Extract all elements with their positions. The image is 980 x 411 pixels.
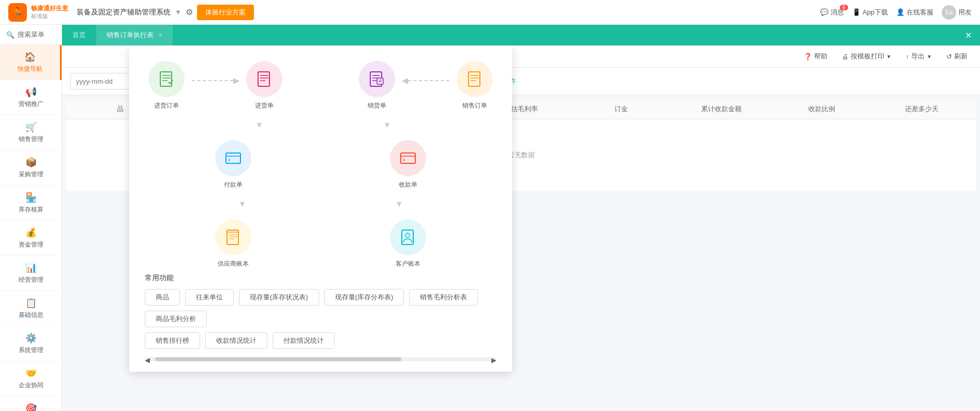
sidebar-item-purchase[interactable]: 📦 采购管理 [0, 150, 62, 186]
content-area: 首页 销售订单执行表 × ✕ ❓ 帮助 🖨 按 [62, 25, 980, 411]
svg-rect-12 [377, 78, 383, 84]
supplier-ledger-icon [224, 228, 243, 247]
search-menu[interactable]: 🔍 搜索菜单 [0, 25, 62, 45]
tab-bar: 首页 销售订单执行表 × ✕ [62, 25, 980, 45]
node-label-7: 客户账本 [396, 260, 420, 268]
sidebar-item-label: 销售管理 [19, 135, 43, 144]
search-icon: 🔍 [6, 31, 14, 39]
common-functions: 常用功能 商品 往来单位 现存量(库存状况表) 现存量(库存分布表) 销售毛利分… [145, 273, 496, 349]
sidebar-item-newcomer[interactable]: 🎯 新手引导 [0, 397, 62, 411]
func-btn-6[interactable]: 销售排行榜 [145, 332, 200, 349]
flow-node-sales-bill[interactable]: 销货单 [359, 61, 395, 110]
service-icon: 👤 [896, 8, 904, 16]
function-buttons-row1: 商品 往来单位 现存量(库存状况表) 现存量(库存分布表) 销售毛利分析表 商品… [145, 289, 496, 327]
sidebar-item-system[interactable]: ⚙️ 系统管理 [0, 326, 62, 361]
marketing-icon: 📢 [25, 86, 37, 98]
tab-sales-label: 销售订单执行表 [107, 31, 154, 40]
sidebar-item-label: 系统管理 [19, 346, 43, 355]
system-dropdown-icon[interactable]: ▼ [175, 8, 182, 16]
sidebar-item-label: 基础信息 [19, 311, 43, 319]
user-label: 用友 [958, 8, 972, 17]
func-btn-0[interactable]: 商品 [145, 289, 180, 306]
message-icon: 💬 [820, 8, 828, 16]
experience-btn[interactable]: 体验行业方案 [197, 5, 254, 20]
sidebar-item-label: 采购管理 [19, 170, 43, 179]
enterprise-icon: 🤝 [25, 368, 37, 379]
sidebar-item-operations[interactable]: 📊 经营管理 [0, 256, 62, 291]
flow-node-customer-ledger[interactable]: 客户账本 [390, 219, 426, 268]
tab-home-label: 首页 [72, 31, 86, 40]
sidebar-item-label: 资金管理 [19, 240, 43, 249]
node-label-1: 进货单 [255, 101, 274, 110]
sidebar-item-label: 营销推广 [19, 100, 43, 109]
func-btn-5[interactable]: 商品毛利分析 [145, 311, 207, 327]
flow-node-supplier-ledger[interactable]: 供应商账本 [215, 219, 251, 268]
purchase-order-icon [157, 70, 176, 88]
user-avatar: Ea [942, 5, 956, 20]
node-label-4: 付款单 [224, 180, 243, 189]
sidebar-item-inventory[interactable]: 🏪 库存核算 [0, 186, 62, 221]
node-label-0: 进货订单 [154, 101, 179, 110]
online-service-btn[interactable]: 👤 在线客服 [896, 8, 933, 17]
sidebar-item-quick-nav[interactable]: 🏠 快捷导航 [0, 45, 62, 80]
func-btn-2[interactable]: 现存量(库存状况表) [239, 289, 319, 306]
system-title: 装备及固定资产辅助管理系统 [77, 8, 171, 17]
tab-sales-order[interactable]: 销售订单执行表 × [96, 25, 173, 45]
flow-node-sales-order[interactable]: 销售订单 [457, 61, 493, 110]
sidebar-item-label: 企业协同 [19, 381, 43, 390]
svg-rect-4 [258, 72, 269, 86]
sidebar-item-label: 库存核算 [19, 205, 43, 214]
purchase-icon: 📦 [25, 157, 37, 168]
node-label-2: 销货单 [368, 101, 386, 110]
func-btn-4[interactable]: 销售毛利分析表 [409, 289, 478, 306]
logo-line2: 标准版 [31, 12, 68, 20]
sidebar-item-basic-info[interactable]: 📋 基础信息 [0, 291, 62, 326]
search-menu-label: 搜索菜单 [18, 30, 44, 39]
app-download-label: App下载 [863, 8, 888, 17]
flow-node-payment[interactable]: ¥ 付款单 [215, 140, 251, 189]
popup-scrollbar[interactable]: ◀ ▶ [145, 357, 496, 361]
purchase-bill-icon [255, 70, 274, 88]
svg-rect-15 [469, 72, 480, 86]
sidebar-item-enterprise[interactable]: 🤝 企业协同 [0, 361, 62, 397]
tab-home[interactable]: 首页 [62, 25, 96, 45]
sidebar-item-finance[interactable]: 💰 资金管理 [0, 221, 62, 256]
scroll-right-btn[interactable]: ▶ [491, 356, 496, 364]
scroll-left-btn[interactable]: ◀ [145, 356, 150, 364]
func-btn-8[interactable]: 付款情况统计 [273, 332, 335, 349]
flow-node-purchase-order[interactable]: 进货订单 [148, 61, 185, 110]
quick-nav-icon: 🏠 [24, 51, 36, 63]
scroll-thumb[interactable] [155, 357, 401, 361]
common-functions-title: 常用功能 [145, 273, 496, 283]
payment-icon: ¥ [224, 149, 243, 168]
operations-icon: 📊 [25, 262, 37, 273]
app-download-btn[interactable]: 📱 App下载 [852, 8, 888, 17]
logo-text: 畅康通好生意 标准版 [31, 5, 68, 20]
flow-node-purchase-bill[interactable]: 进货单 [246, 61, 282, 110]
func-btn-1[interactable]: 往来单位 [185, 289, 234, 306]
svg-point-31 [405, 233, 410, 237]
function-buttons-row2: 销售排行榜 收款情况统计 付款情况统计 [145, 332, 496, 349]
func-btn-7[interactable]: 收款情况统计 [205, 332, 267, 349]
page-content: ❓ 帮助 🖨 按模板打印 ▼ ↑ 导出 ▼ ↺ 刷 [62, 45, 980, 411]
sidebar: 🔍 搜索菜单 🏠 快捷导航 📢 营销推广 🛒 销售管理 📦 采购管理 🏪 [0, 25, 62, 411]
download-icon: 📱 [852, 8, 861, 16]
settings-icon[interactable]: ⚙ [186, 7, 193, 17]
func-btn-3[interactable]: 现存量(库存分布表) [324, 289, 404, 306]
system-icon: ⚙️ [25, 332, 37, 344]
sales-icon: 🛒 [25, 121, 37, 133]
basic-info-icon: 📋 [25, 297, 37, 309]
flow-node-receipt[interactable]: ¥ 收款单 [390, 140, 426, 189]
user-menu[interactable]: Ea 用友 [942, 5, 972, 20]
node-label-5: 收款单 [399, 180, 417, 189]
sidebar-item-label: 经营管理 [19, 276, 43, 284]
online-service-label: 在线客服 [907, 8, 933, 17]
window-close-btn[interactable]: ✕ [957, 31, 980, 40]
sidebar-item-sales[interactable]: 🛒 销售管理 [0, 115, 62, 150]
customer-ledger-icon [399, 228, 417, 247]
system-title-area: 装备及固定资产辅助管理系统 ▼ ⚙ 体验行业方案 [77, 5, 814, 20]
message-btn[interactable]: 💬 消息 6 [820, 8, 844, 17]
sidebar-item-marketing[interactable]: 📢 营销推广 [0, 80, 62, 115]
tab-close-btn[interactable]: × [159, 32, 162, 39]
avatar-text: Ea [945, 9, 953, 16]
